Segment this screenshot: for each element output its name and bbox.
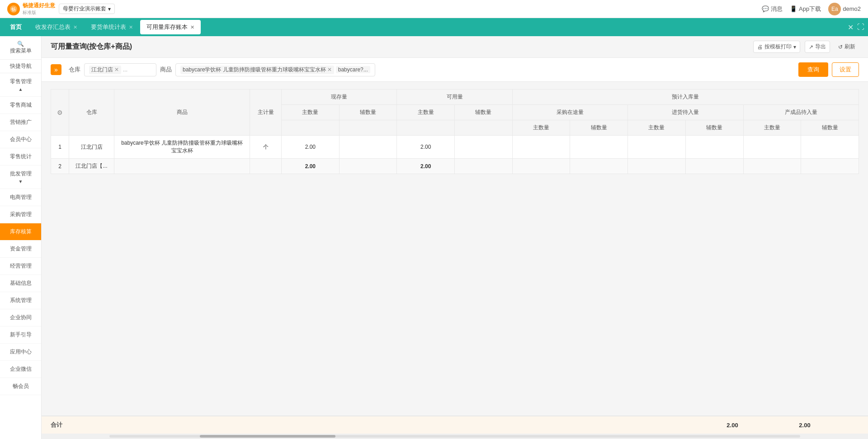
- remove-product1-btn[interactable]: ✕: [327, 66, 332, 73]
- industry-select[interactable]: 母婴行业演示账套 ▾: [59, 4, 115, 14]
- sidebar-label: 营销推广: [10, 118, 32, 126]
- warehouse-tag: 江北门店 ✕: [89, 66, 121, 74]
- sidebar-item-app-center[interactable]: 应用中心: [0, 344, 41, 361]
- sidebar-item-system-mgmt[interactable]: 系统管理: [0, 292, 41, 309]
- row-pur-aux: [570, 136, 628, 159]
- col-settings: ⚙: [51, 90, 69, 136]
- row-avail-main: 2.00: [397, 136, 455, 159]
- row-prod-aux: [801, 159, 859, 174]
- sidebar-label: 系统管理: [10, 297, 32, 304]
- sidebar-item-ecommerce-mgmt[interactable]: 电商管理: [0, 189, 41, 206]
- close-icon[interactable]: ✕: [190, 24, 194, 30]
- sidebar-item-new-guide[interactable]: 新手引导: [0, 326, 41, 344]
- cs-main-sub: [282, 120, 340, 136]
- top-bar: 畅 畅捷通好生意 标准版 母婴行业演示账套 ▾ 💬 消息 📱 App下载 Ea …: [0, 0, 868, 18]
- chevron-down-icon: ▾: [793, 44, 796, 50]
- refresh-icon: ↺: [838, 44, 843, 50]
- inb-main-sub: 主数量: [628, 120, 686, 136]
- sidebar-item-retail-mgmt[interactable]: 零售管理 ▲: [0, 73, 41, 97]
- print-btn[interactable]: 🖨 按模板打印 ▾: [753, 41, 800, 53]
- row-num: 2: [51, 159, 69, 174]
- sidebar-item-basic-info[interactable]: 基础信息: [0, 275, 41, 292]
- maximize-btn[interactable]: ⛶: [857, 23, 864, 31]
- row-inb-main: [628, 136, 686, 159]
- sidebar-item-retail-stats[interactable]: 零售统计: [0, 148, 41, 165]
- sidebar-label: 库存核算: [10, 228, 32, 236]
- sidebar-item-operations-mgmt[interactable]: 经营管理: [0, 258, 41, 275]
- scroll-track: [109, 435, 800, 438]
- col-product-header: 商品: [114, 90, 250, 136]
- main-layout: 🔍 搜索菜单 快捷导航 零售管理 ▲ 零售商城 营销推广 会员中心 零售统计 批…: [0, 36, 868, 439]
- app-download-btn[interactable]: 📱 App下载: [790, 5, 821, 13]
- row-pur-aux: [570, 159, 628, 174]
- refresh-btn[interactable]: ↺ 刷新: [835, 41, 859, 52]
- export-label: 导出: [815, 43, 826, 51]
- product-input[interactable]: babycare学饮杯 儿童防摔防撞吸管杯重力球吸嘴杯宝宝水杯 ✕ babyca…: [175, 63, 375, 76]
- sidebar-item-finance-mgmt[interactable]: 资金管理: [0, 241, 41, 258]
- table-row: 2 江北门店【... 2.00 2.00: [51, 159, 859, 174]
- message-btn[interactable]: 💬 消息: [762, 5, 783, 13]
- sidebar-search[interactable]: 🔍 搜索菜单: [0, 36, 41, 60]
- more-indicator: ...: [123, 66, 127, 73]
- product-label: 商品: [160, 66, 172, 74]
- user-info[interactable]: Ea demo2: [828, 3, 861, 15]
- tab-available-stock[interactable]: 可用量库存账本 ✕: [140, 20, 201, 34]
- sidebar-label: 畅会员: [13, 382, 29, 390]
- sidebar-item-enterprise-wechat[interactable]: 企业微信: [0, 361, 41, 378]
- message-label: 消息: [771, 5, 783, 13]
- chevron-up-icon: ▲: [19, 87, 23, 92]
- message-icon: 💬: [762, 5, 769, 12]
- warehouse-label: 仓库: [69, 66, 80, 74]
- expand-btn[interactable]: »: [51, 64, 61, 75]
- sidebar-item-marketing[interactable]: 营销推广: [0, 114, 41, 131]
- export-btn[interactable]: ↗ 导出: [805, 41, 830, 53]
- row-warehouse: 江北门店【...: [69, 159, 114, 174]
- filter-group: 仓库 江北门店 ✕ ... 商品 babycare学饮杯 儿童防摔防撞吸管杯重力…: [69, 63, 791, 76]
- row-inb-aux: [685, 159, 743, 174]
- print-icon: 🖨: [757, 44, 763, 50]
- cs-aux-sub: [339, 120, 397, 136]
- row-warehouse: 江北门店: [69, 136, 114, 159]
- data-table: ⚙ 仓库 商品 主计量 现存量 可用量 预计入库量 主数量 辅数量 主数量 辅数…: [51, 89, 859, 174]
- inbound-pending-header: 进货待入量: [628, 105, 743, 120]
- tab-order-stats[interactable]: 要货单统计表 ✕: [85, 20, 139, 34]
- setting-btn[interactable]: 设置: [832, 62, 859, 77]
- sidebar-label: 经营管理: [10, 262, 32, 270]
- col-available-header: 可用量: [397, 90, 512, 105]
- sidebar-label: 企业微信: [10, 365, 32, 373]
- quick-nav-label: 快捷导航: [10, 63, 32, 69]
- page-actions: 🖨 按模板打印 ▾ ↗ 导出 ↺ 刷新: [753, 41, 859, 53]
- prod-main-sub: 主数量: [743, 120, 801, 136]
- row-avail-aux: [455, 136, 513, 159]
- row-avail-main: 2.00: [397, 159, 455, 174]
- search-icon: 🔍: [17, 41, 24, 47]
- product-tag1-value: babycare学饮杯 儿童防摔防撞吸管杯重力球吸嘴杯宝宝水杯: [183, 66, 326, 74]
- close-icon[interactable]: ✕: [73, 24, 77, 30]
- close-all-btn[interactable]: ✕: [848, 23, 854, 32]
- remove-warehouse-btn[interactable]: ✕: [114, 66, 119, 73]
- tab-home-label: 首页: [10, 23, 22, 31]
- row-prod-aux: [801, 136, 859, 159]
- sidebar-item-wholesale-mgmt[interactable]: 批发管理 ▼: [0, 165, 41, 189]
- sidebar-item-member-center[interactable]: 会员中心: [0, 131, 41, 148]
- sidebar-label: 基础信息: [10, 279, 32, 287]
- sidebar-label: 零售商城: [10, 101, 32, 109]
- print-label: 按模板打印: [764, 43, 792, 51]
- sidebar-item-retail-mall[interactable]: 零售商城: [0, 97, 41, 114]
- sidebar-item-purchase-mgmt[interactable]: 采购管理: [0, 206, 41, 223]
- warehouse-input[interactable]: 江北门店 ✕ ...: [84, 63, 156, 76]
- scroll-thumb[interactable]: [200, 435, 335, 438]
- sidebar-item-vip-member[interactable]: 畅会员: [0, 378, 41, 395]
- query-btn[interactable]: 查询: [798, 62, 828, 77]
- tab-income-summary[interactable]: 收发存汇总表 ✕: [29, 20, 84, 34]
- close-icon[interactable]: ✕: [129, 24, 133, 30]
- current-main-qty-header: 主数量: [282, 105, 340, 120]
- sidebar-quick-nav[interactable]: 快捷导航: [0, 60, 41, 73]
- horizontal-scrollbar[interactable]: [42, 434, 868, 439]
- sidebar-item-enterprise-collab[interactable]: 企业协同: [0, 309, 41, 326]
- tab-home[interactable]: 首页: [4, 20, 28, 34]
- gear-icon[interactable]: ⚙: [57, 109, 63, 116]
- sidebar-item-inventory-check[interactable]: 库存核算: [0, 223, 41, 241]
- tab-income-label: 收发存汇总表: [35, 23, 71, 31]
- sidebar-label: 资金管理: [10, 245, 32, 253]
